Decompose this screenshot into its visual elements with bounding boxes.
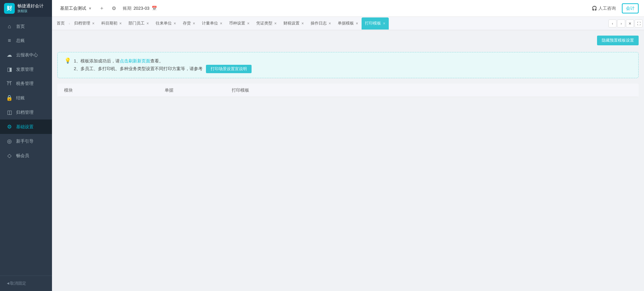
sidebar-item-invoice[interactable]: ◨ 发票管理 <box>0 62 52 77</box>
tab-archive[interactable]: 归档管理 × <box>71 17 98 30</box>
archive-icon: ◫ <box>6 109 13 115</box>
ledger-icon: ≡ <box>6 38 13 44</box>
column-template: 打印模板 <box>225 87 639 93</box>
tab-prev-button[interactable]: ‹ <box>608 19 616 28</box>
tab-print-template[interactable]: 打印模板 × <box>362 17 389 30</box>
guide-icon: ◎ <box>6 138 13 144</box>
tab-single-template[interactable]: 单据模板 × <box>334 17 362 30</box>
invoice-icon: ◨ <box>6 66 13 72</box>
sidebar-item-ledger[interactable]: ≡ 总账 <box>0 34 52 48</box>
sidebar-item-archive[interactable]: ◫ 归档管理 <box>0 105 52 119</box>
sidebar-item-tax[interactable]: ⛩ 税务管理 <box>0 77 52 91</box>
notice-bulb-icon: 💡 <box>64 57 71 64</box>
print-scene-button[interactable]: 打印场景设置宣说明 <box>206 65 252 73</box>
main-area: 基层工会测试 ▼ ＋ ⚙ 账期 2023-03 📅 🎧 人工咨询 会计 首页 ‹… <box>52 0 644 291</box>
sidebar-label-closing: 结账 <box>16 95 25 101</box>
logo-icon: 财 <box>4 3 15 14</box>
tab-currency-label: 币种设置 <box>229 20 245 26</box>
tab-subject-label: 科目期初 <box>101 20 117 26</box>
sidebar-item-guide[interactable]: ◎ 新手引导 <box>0 134 52 148</box>
tab-single-template-close[interactable]: × <box>356 21 358 26</box>
home-icon: ⌂ <box>6 23 13 30</box>
notice-line1: 1、模板添加成功后，请点击刷新新页面查看。 <box>74 57 252 65</box>
tab-department-close[interactable]: × <box>147 21 149 26</box>
sidebar-item-reports[interactable]: ☁ 云报表中心 <box>0 48 52 62</box>
tab-counterpart[interactable]: 往来单位 × <box>152 17 179 30</box>
tab-currency-close[interactable]: × <box>247 21 250 26</box>
tab-single-template-label: 单据模板 <box>338 20 354 26</box>
tab-bar: 首页 ‹ 归档管理 × 科目期初 × 部门员工 × 往来单位 × 存货 × 计量… <box>52 17 644 30</box>
tab-measure-label: 计量单位 <box>202 20 218 26</box>
workspace-dropdown-arrow: ▼ <box>88 6 92 10</box>
sidebar-label-settings: 基础设置 <box>16 124 34 130</box>
table-header: 模块 单据 打印模板 <box>57 84 639 97</box>
tab-inventory-close[interactable]: × <box>193 21 195 26</box>
notice-box: 💡 1、模板添加成功后，请点击刷新新页面查看。 2、多员工、多打印机、多种业务类… <box>57 52 639 78</box>
tab-close-all-button[interactable]: × <box>626 19 634 28</box>
tab-next-button[interactable]: › <box>617 19 625 28</box>
tab-voucher-type-label: 凭证类型 <box>256 20 272 26</box>
tab-voucher-type-close[interactable]: × <box>274 21 277 26</box>
period-label: 账期 <box>123 5 131 11</box>
top-bar-actions: ＋ ⚙ <box>97 4 119 13</box>
sidebar-label-reports: 云报表中心 <box>16 52 38 58</box>
notice-row: 💡 1、模板添加成功后，请点击刷新新页面查看。 2、多员工、多打印机、多种业务类… <box>64 57 632 73</box>
tab-print-template-label: 打印模板 <box>365 20 381 26</box>
tax-icon: ⛩ <box>6 81 13 87</box>
tab-currency[interactable]: 币种设置 × <box>226 17 253 30</box>
sidebar-label-home: 首页 <box>16 23 25 30</box>
sidebar-item-home[interactable]: ⌂ 首页 <box>0 19 52 34</box>
tab-home[interactable]: 首页 <box>53 17 68 30</box>
logo-subtitle: 旗舰版 <box>17 9 44 13</box>
support-button[interactable]: 🎧 人工咨询 <box>589 4 619 13</box>
tab-tax-settings-close[interactable]: × <box>302 21 304 26</box>
tab-counterpart-close[interactable]: × <box>174 21 176 26</box>
tab-expand-button[interactable]: ⛶ <box>635 19 643 28</box>
notice-line2-prefix: 2、多员工、多打印机、多种业务类型设置不同打印方案等，请参考 <box>74 66 203 71</box>
member-icon: ◇ <box>6 152 13 159</box>
tab-archive-close[interactable]: × <box>92 21 95 26</box>
notice-refresh-link[interactable]: 点击刷新新页面 <box>120 58 150 63</box>
notice-line1-prefix: 1、模板添加成功后，请 <box>74 58 120 63</box>
add-workspace-button[interactable]: ＋ <box>97 4 107 13</box>
tab-inventory-label: 存货 <box>183 20 191 26</box>
tab-measure-close[interactable]: × <box>220 21 222 26</box>
tab-print-template-close[interactable]: × <box>383 21 385 26</box>
closing-icon: 🔒 <box>6 95 13 101</box>
account-button[interactable]: 会计 <box>622 3 639 13</box>
tab-sep-1: ‹ <box>69 21 70 26</box>
tab-counterpart-label: 往来单位 <box>156 20 172 26</box>
tab-tax-settings[interactable]: 财税设置 × <box>280 17 307 30</box>
tab-archive-label: 归档管理 <box>74 20 90 26</box>
sidebar-nav: ⌂ 首页 ≡ 总账 ☁ 云报表中心 ◨ 发票管理 ⛩ 税务管理 🔒 结账 ◫ 归… <box>0 17 52 276</box>
sidebar-item-member[interactable]: ◇ 畅会员 <box>0 148 52 163</box>
tab-department-label: 部门员工 <box>128 20 145 26</box>
tab-inventory[interactable]: 存货 × <box>179 17 199 30</box>
tab-operation-log-close[interactable]: × <box>329 21 331 26</box>
tab-operation-log[interactable]: 操作日志 × <box>307 17 334 30</box>
tab-subject[interactable]: 科目期初 × <box>98 17 125 30</box>
sidebar-pin-label: ◄取消固定 <box>6 281 26 286</box>
sidebar-item-settings[interactable]: ⚙ 基础设置 <box>0 119 52 134</box>
tab-nav-buttons: ‹ › × ⛶ <box>608 19 643 28</box>
settings-button[interactable]: ⚙ <box>109 4 119 13</box>
sidebar-item-closing[interactable]: 🔒 结账 <box>0 91 52 105</box>
calendar-icon[interactable]: 📅 <box>152 6 157 11</box>
settings-icon: ⚙ <box>6 124 13 130</box>
tab-home-label: 首页 <box>57 20 65 26</box>
sidebar-label-guide: 新手引导 <box>16 138 34 144</box>
top-action-bar: 隐藏预置模板设置 <box>57 36 639 49</box>
tab-subject-close[interactable]: × <box>119 21 122 26</box>
tab-department[interactable]: 部门员工 × <box>125 17 152 30</box>
app-logo: 财 畅捷通好会计 旗舰版 <box>0 0 52 17</box>
tab-tax-settings-label: 财税设置 <box>283 20 300 26</box>
tab-voucher-type[interactable]: 凭证类型 × <box>253 17 280 30</box>
tab-measure[interactable]: 计量单位 × <box>199 17 226 30</box>
support-label: 人工咨询 <box>598 5 616 11</box>
workspace-selector[interactable]: 基层工会测试 ▼ <box>57 4 95 13</box>
sidebar-pin-toggle[interactable]: ◄取消固定 <box>0 276 52 291</box>
top-bar-right: 🎧 人工咨询 会计 <box>589 3 639 13</box>
hide-preview-button[interactable]: 隐藏预置模板设置 <box>597 36 639 45</box>
notice-line1-suffix: 查看。 <box>150 58 163 63</box>
workspace-name: 基层工会测试 <box>60 5 86 11</box>
